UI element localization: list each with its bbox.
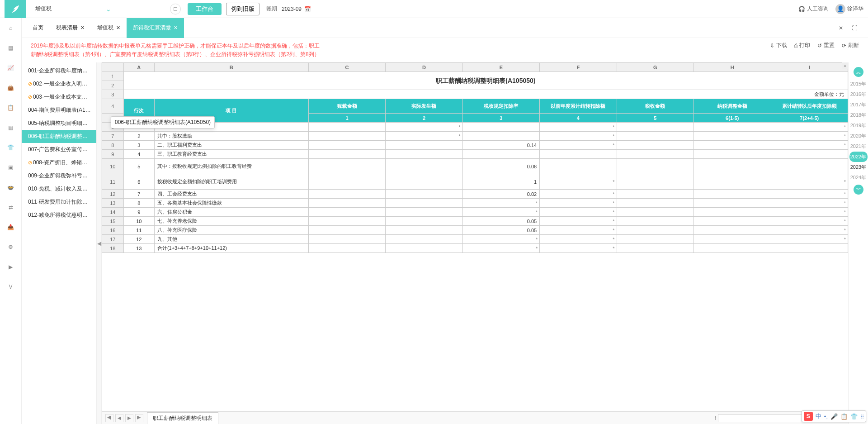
cell[interactable] <box>694 150 771 159</box>
year-button[interactable]: 2016年 <box>849 89 868 100</box>
scroll-down-icon[interactable]: ︾ <box>854 185 863 195</box>
cell[interactable] <box>771 244 848 253</box>
seq-cell[interactable]: 2 <box>123 132 154 141</box>
cell[interactable] <box>308 190 385 199</box>
ime-bar[interactable]: S 中 •, 🎤 📋 👕 ⁝⁝ <box>802 410 866 422</box>
cell[interactable]: 0.05 <box>462 217 539 226</box>
cell[interactable] <box>694 226 771 235</box>
ime-skin-icon[interactable]: 👕 <box>850 413 858 420</box>
sheet-expand-icon[interactable]: » <box>842 62 848 69</box>
doc-list-item[interactable]: ⊘008-资产折旧、摊销及纳税... <box>22 156 96 169</box>
cell[interactable]: * <box>462 208 539 217</box>
cell[interactable] <box>617 159 693 174</box>
cell[interactable] <box>694 190 771 199</box>
year-button[interactable]: 2020年 <box>849 131 868 141</box>
seq-cell[interactable]: 8 <box>123 199 154 208</box>
label-cell[interactable]: 其中：股权激励 <box>154 132 308 141</box>
cell[interactable]: * <box>540 235 617 244</box>
cell[interactable]: 0.05 <box>462 226 539 235</box>
seq-cell[interactable]: 7 <box>123 190 154 199</box>
sheet-tab[interactable]: 职工薪酬纳税调整明细表 <box>147 412 218 424</box>
cell[interactable] <box>308 123 385 132</box>
cell[interactable] <box>462 150 539 159</box>
cell[interactable] <box>386 235 462 244</box>
year-button[interactable]: 2022年 <box>849 152 868 162</box>
tab-item[interactable]: 增值税✕ <box>91 18 127 38</box>
cell[interactable] <box>694 235 771 244</box>
cell[interactable]: * <box>771 226 848 235</box>
cell[interactable]: * <box>771 123 848 132</box>
calendar-icon[interactable]: 📅 <box>304 6 311 12</box>
ime-menu-icon[interactable]: ⁝⁝ <box>860 413 864 420</box>
cell[interactable]: * <box>540 174 617 190</box>
scroll-up-icon[interactable]: ︽ <box>854 67 863 77</box>
cell[interactable] <box>308 141 385 150</box>
nav-play-icon[interactable]: ▶ <box>5 262 16 272</box>
cell[interactable] <box>308 226 385 235</box>
cell[interactable] <box>540 150 617 159</box>
cell[interactable] <box>308 150 385 159</box>
cell[interactable]: * <box>771 190 848 199</box>
cell[interactable]: * <box>771 235 848 244</box>
download-button[interactable]: ⇩下载 <box>770 42 787 49</box>
cell[interactable]: * <box>540 208 617 217</box>
collapse-handle[interactable]: ◀ <box>96 62 102 424</box>
seq-cell[interactable]: 4 <box>123 150 154 159</box>
cell[interactable] <box>308 244 385 253</box>
nav-settings-icon[interactable]: ⚙ <box>5 242 16 252</box>
label-cell[interactable]: 其中：按税收规定比例扣除的职工教育经费 <box>154 159 308 174</box>
label-cell[interactable]: 三、职工教育经费支出 <box>154 150 308 159</box>
nav-chart-icon[interactable]: 📈 <box>5 62 16 73</box>
cell[interactable]: * <box>771 199 848 208</box>
close-icon[interactable]: ✕ <box>80 25 85 31</box>
print-button[interactable]: ⎙打印 <box>794 42 810 49</box>
year-button[interactable]: 2018年 <box>849 110 868 120</box>
year-button[interactable]: 2024年 <box>849 172 868 183</box>
seq-cell[interactable]: 3 <box>123 141 154 150</box>
cell[interactable] <box>386 244 462 253</box>
sheet-first-icon[interactable]: ⯇ <box>105 414 113 422</box>
cell[interactable] <box>386 159 462 174</box>
seq-cell[interactable]: 13 <box>123 244 154 253</box>
cell[interactable]: * <box>771 132 848 141</box>
cell[interactable] <box>308 235 385 244</box>
seq-cell[interactable]: 10 <box>123 217 154 226</box>
cell[interactable] <box>462 123 539 132</box>
switch-old-button[interactable]: 切到旧版 <box>226 3 259 15</box>
cell[interactable] <box>694 199 771 208</box>
ime-punct[interactable]: •, <box>824 413 828 420</box>
cell[interactable] <box>694 132 771 141</box>
cell[interactable] <box>694 159 771 174</box>
seq-cell[interactable]: 11 <box>123 226 154 235</box>
label-cell[interactable]: 五、各类基本社会保障性缴款 <box>154 199 308 208</box>
nav-clipboard-icon[interactable]: 📋 <box>5 102 16 113</box>
cell[interactable]: * <box>771 141 848 150</box>
refresh-button[interactable]: ⟳刷新 <box>842 42 859 49</box>
label-cell[interactable]: 七、补充养老保险 <box>154 217 308 226</box>
nav-bag-icon[interactable]: 👜 <box>5 82 16 93</box>
close-icon[interactable]: ✕ <box>116 25 120 31</box>
doc-list-item[interactable]: 006-职工薪酬纳税调整明细... <box>22 130 96 143</box>
cell[interactable] <box>617 190 693 199</box>
seq-cell[interactable]: 9 <box>123 208 154 217</box>
label-cell[interactable]: 按税收规定全额扣除的职工培训费用 <box>154 174 308 190</box>
cell[interactable] <box>617 132 693 141</box>
cell[interactable]: * <box>540 141 617 150</box>
label-cell[interactable]: 二、职工福利费支出 <box>154 141 308 150</box>
ime-keyboard-icon[interactable]: 📋 <box>840 413 848 420</box>
cell[interactable] <box>617 150 693 159</box>
ime-mic-icon[interactable]: 🎤 <box>830 413 838 420</box>
sheet-last-icon[interactable]: ⯈ <box>135 414 143 422</box>
cell[interactable] <box>386 190 462 199</box>
cell[interactable] <box>386 174 462 190</box>
nav-home-icon[interactable]: ⌂ <box>5 23 16 33</box>
cell[interactable] <box>386 199 462 208</box>
year-button[interactable]: 2017年 <box>849 100 868 110</box>
cell[interactable] <box>386 141 462 150</box>
cell[interactable]: * <box>540 217 617 226</box>
doc-list-item[interactable]: 012-减免所得税优惠明细表(... <box>22 209 96 222</box>
label-cell[interactable]: 六、住房公积金 <box>154 208 308 217</box>
cell[interactable] <box>694 208 771 217</box>
tab-item[interactable]: 所得税汇算清缴✕ <box>127 18 184 38</box>
consult-button[interactable]: 🎧 人工咨询 <box>798 5 829 13</box>
